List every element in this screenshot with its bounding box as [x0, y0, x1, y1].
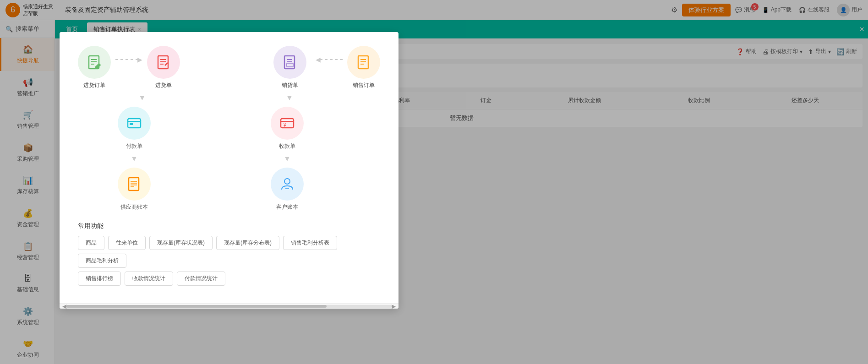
func-buttons-row1: 商品 往来单位 现存量(库存状况表) 现存量(库存分布表) 销售毛利分析表 商品…	[78, 236, 380, 268]
func-buttons-row2: 销售排行榜 收款情况统计 付款情况统计	[78, 272, 380, 286]
func-btn-product-profit[interactable]: 商品毛利分析	[78, 254, 126, 268]
func-btn-receipt-stats[interactable]: 收款情况统计	[125, 272, 173, 286]
payment-bill-label: 付款单	[126, 142, 142, 150]
func-btn-sales-analysis[interactable]: 销售毛利分析表	[283, 236, 337, 250]
purchase-order-label: 进货订单	[83, 81, 105, 89]
func-btn-inventory-status[interactable]: 现存量(库存状况表)	[149, 236, 213, 250]
common-functions: 常用功能 商品 往来单位 现存量(库存状况表) 现存量(库存分布表) 销售毛利分…	[78, 222, 380, 286]
common-title: 常用功能	[78, 222, 380, 230]
sales-bill-circle[interactable]	[273, 46, 306, 79]
receipt-bill-circle[interactable]: ¥	[271, 107, 304, 140]
svg-rect-19	[281, 119, 294, 128]
svg-rect-11	[287, 63, 293, 67]
func-btn-sales-ranking[interactable]: 销售排行榜	[78, 272, 121, 286]
svg-rect-18	[130, 123, 133, 125]
svg-rect-16	[128, 119, 141, 128]
purchase-bill-circle[interactable]	[147, 46, 180, 79]
purchase-order-circle[interactable]	[78, 46, 111, 79]
popup-content: 进货订单 ▶ 进货单	[60, 32, 399, 303]
popup-overlay[interactable]: 进货订单 ▶ 进货单	[0, 0, 868, 364]
popup-box: 进货订单 ▶ 进货单	[60, 32, 399, 309]
receipt-bill-label: 收款单	[279, 142, 295, 150]
scroll-thumb	[66, 305, 327, 308]
func-btn-payment-stats[interactable]: 付款情况统计	[177, 272, 225, 286]
scroll-track[interactable]	[66, 305, 392, 308]
func-btn-product[interactable]: 商品	[78, 236, 104, 250]
supplier-account-label: 供应商账本	[120, 203, 148, 211]
sales-order-circle[interactable]	[347, 46, 380, 79]
svg-text:¥: ¥	[283, 123, 286, 128]
func-btn-inventory-dist[interactable]: 现存量(库存分布表)	[216, 236, 279, 250]
svg-point-27	[284, 179, 290, 184]
purchase-bill-label: 进货单	[155, 81, 172, 89]
popup-scrollbar: ◀ ▶	[60, 303, 399, 309]
sales-order-label: 销售订单	[353, 81, 375, 89]
svg-rect-22	[129, 178, 139, 190]
supplier-account-circle[interactable]	[118, 168, 151, 201]
customer-account-circle[interactable]	[271, 168, 304, 201]
customer-account-label: 客户账本	[276, 203, 298, 211]
sales-bill-label: 销货单	[282, 81, 298, 89]
scroll-right-btn[interactable]: ▶	[392, 303, 396, 309]
payment-bill-circle[interactable]	[118, 107, 151, 140]
scroll-left-btn[interactable]: ◀	[62, 303, 66, 309]
func-btn-contacts[interactable]: 往来单位	[108, 236, 146, 250]
